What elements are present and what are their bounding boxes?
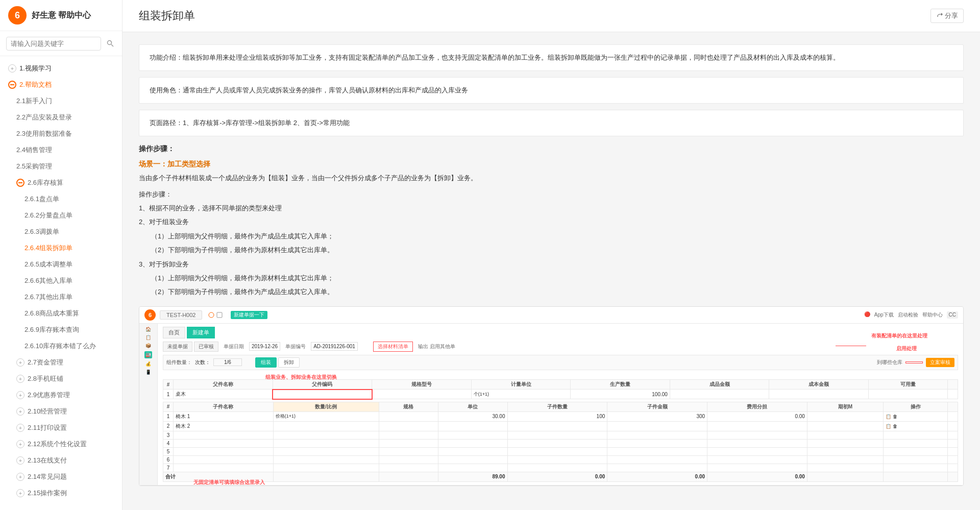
sidebar: 6 好生意 帮助中心 + 1.视频学习 2.帮助文档 2.1新手入门 2.2产品… [0, 0, 122, 510]
sidebar-item-ledger[interactable]: 2.6.9库存账本查询 [0, 322, 122, 338]
role-box: 使用角色：通常由生产人员或库管人员完成拆装业务的操作，库管人员确认原材料的出库和… [139, 77, 964, 104]
ss-disassembly-type-btn[interactable]: 拆卸 [278, 357, 300, 368]
ss-code-value[interactable]: AD-20191226-001 [311, 342, 358, 351]
ss-date-label: 单据日期 [224, 343, 244, 350]
sidebar-item-fund[interactable]: + 2.7资金管理 [0, 354, 122, 371]
share-button[interactable]: 分享 [930, 9, 964, 23]
sidebar-item-purchase[interactable]: 2.5采购管理 [0, 158, 122, 175]
sidebar-item-video[interactable]: + 1.视频学习 [0, 60, 122, 77]
arrow1 [836, 346, 866, 346]
annotation1: 有装配清单的在这里处理 [871, 332, 927, 339]
main-header: 组装拆卸单 分享 [122, 0, 980, 32]
operations-title: 操作步骤： [139, 144, 964, 154]
ss-code-label: 单据编号 [285, 343, 306, 350]
sidebar-item-split-stocktake[interactable]: 2.6.2分量盘点单 [0, 207, 122, 224]
expand-print-icon: + [16, 424, 24, 432]
ss-confirm-btn[interactable]: 立案审核 [926, 358, 954, 367]
collapse-sub-icon [16, 179, 24, 187]
sidebar-item-cost-adjust[interactable]: 2.6.5成本调整单 [0, 256, 122, 273]
ss-count-val: 次数： [195, 359, 210, 366]
expand-mobile-icon: + [16, 375, 24, 383]
ss-warehouse-input[interactable] [905, 361, 923, 363]
ss-count-input[interactable]: 1/6 [213, 358, 242, 366]
expand-faq-icon: + [16, 473, 24, 481]
expand-coupon-icon: + [16, 391, 24, 399]
step2: 2、对于组装业务 [139, 216, 964, 228]
ss-type-btns: 组装 拆卸 [255, 357, 300, 368]
sidebar-item-install[interactable]: 2.2产品安装及登录 [0, 109, 122, 126]
ss-status-btn2[interactable]: 已审核 [194, 342, 218, 352]
sidebar-item-online-pay[interactable]: + 2.13在线支付 [0, 452, 122, 469]
sidebar-item-stocktake[interactable]: 2.6.1盘点单 [0, 191, 122, 207]
nav-list: + 1.视频学习 2.帮助文档 2.1新手入门 2.2产品安装及登录 2.3使用… [0, 56, 122, 510]
ss-op-label: 输出 启用其他单 [418, 343, 455, 350]
search-input[interactable] [6, 37, 101, 51]
svg-rect-3 [217, 312, 222, 318]
sidebar-item-custom[interactable]: + 2.12系统个性化设置 [0, 436, 122, 452]
sidebar-item-coupon[interactable]: + 2.9优惠券管理 [0, 387, 122, 403]
ss-form-row2: 组件数量： 次数： 1/6 组装 拆卸 组装业务、拆卸业务在这里切换 启用处理 [163, 355, 958, 370]
content-area: 功能介绍：组装拆卸单用来处理企业组装或拆卸等加工业务，支持有固定装配清单的产品加… [122, 32, 980, 510]
sidebar-item-cases[interactable]: + 2.15操作案例 [0, 485, 122, 501]
step2-sub2: （2）下部明细为子件明细，最终作为原材料生成其它出库单。 [139, 244, 964, 256]
sidebar-item-account-error[interactable]: 2.6.10库存账本错了么办 [0, 338, 122, 354]
path-box: 页面路径：1、库存核算->库存管理->组装拆卸单 2、首页->常用功能 [139, 110, 964, 136]
sidebar-item-transfer[interactable]: 2.6.3调拨单 [0, 224, 122, 240]
main-content: 组装拆卸单 分享 功能介绍：组装拆卸单用来处理企业组装或拆卸等加工业务，支持有固… [122, 0, 980, 510]
sidebar-item-cost-reset[interactable]: 2.6.8商品成本重算 [0, 305, 122, 322]
sidebar-item-other-out[interactable]: 2.6.7其他出库单 [0, 289, 122, 305]
ss-side-icons: 🏠📋📦🏭💰📱 [139, 324, 158, 485]
expand-pay-icon: + [16, 456, 24, 465]
sidebar-item-inventory[interactable]: 2.6库存核算 [0, 175, 122, 191]
collapse-icon [8, 81, 16, 89]
app-title: 好生意 帮助中心 [32, 10, 91, 21]
sidebar-header: 6 好生意 帮助中心 [0, 0, 122, 31]
expand-operation-icon: + [16, 407, 24, 416]
ss-warehouse-label: 到哪些仓库 [877, 359, 902, 366]
search-button[interactable] [104, 36, 116, 51]
ss-type-selector: 未提单据 已审核 [163, 342, 218, 352]
sidebar-item-other-in[interactable]: 2.6.6其他入库单 [0, 273, 122, 289]
ss-tabs: 自页 新建单 [163, 327, 958, 338]
search-box [0, 31, 122, 56]
sidebar-item-newcomer[interactable]: 2.1新手入门 [0, 93, 122, 109]
sidebar-item-data-prep[interactable]: 2.3使用前数据准备 [0, 126, 122, 142]
ss-tab-new[interactable]: 新建单 [187, 327, 215, 338]
logo-icon: 6 [8, 6, 27, 25]
page-title: 组装拆卸单 [139, 8, 195, 23]
ss-tab-home[interactable]: 自页 [163, 327, 185, 338]
ss-form-row1: 未提单据 已审核 单据日期 2019-12-26 单据编号 AD-2019122… [163, 342, 958, 352]
steps-label: 操作步骤： [139, 188, 964, 200]
step3-sub1: （1）上部明细为父件明细，最终作为原材料生成其它出库单； [139, 272, 964, 284]
annotation3: 启用处理 [896, 345, 917, 352]
step1: 1、根据不同的业务，选择不同单据的类型来处理 [139, 202, 964, 214]
intro-box: 功能介绍：组装拆卸单用来处理企业组装或拆卸等加工业务，支持有固定装配清单的产品加… [139, 44, 964, 71]
sidebar-item-docs[interactable]: 2.帮助文档 [0, 77, 122, 93]
expand-icon: + [8, 64, 16, 72]
ss-url-bar: TEST-H002 [160, 310, 202, 320]
annotation4: 无固定清单可填填综合这里录入 [193, 479, 265, 486]
screenshot: 6 TEST-H002 新建单据一下 🔴App下载启动检验帮助中心CC 🏠📋📦🏭… [139, 306, 964, 486]
ss-date-value[interactable]: 2019-12-26 [249, 342, 280, 351]
ss-logo-icon: 6 [144, 309, 156, 321]
annotation2: 组装业务、拆卸业务在这里切换 [265, 374, 337, 381]
ss-upper-table: # 父件名称 父件编码 规格型号 计量单位 生产数量 成品金额 成本金额 可用量 [163, 379, 958, 400]
ss-top-right: 🔴App下载启动检验帮助中心CC [864, 311, 958, 319]
ss-assembly-type-btn[interactable]: 组装 [255, 357, 277, 368]
ss-lower-section: 无固定清单可填填综合这里录入 # 子件名称 数量/比例 规格 单位 子件数量 [163, 402, 958, 482]
expand-cases-icon: + [16, 489, 24, 497]
sidebar-item-assembly[interactable]: 2.6.4组装拆卸单 [0, 240, 122, 256]
step3: 3、对于拆卸业务 [139, 258, 964, 270]
expand-custom-icon: + [16, 440, 24, 448]
ss-assembly-list-btn[interactable]: 选择材料清单 [373, 342, 413, 352]
scene1-title: 场景一：加工类型选择 [139, 160, 964, 169]
step2-sub1: （1）上部明细为父件明细，最终作为产成品生成其它入库单； [139, 230, 964, 242]
sidebar-item-faq[interactable]: + 2.14常见问题 [0, 469, 122, 485]
ss-new-btn[interactable]: 新建单据一下 [231, 311, 267, 319]
ss-status-btn1[interactable]: 未提单据 [163, 342, 192, 352]
sidebar-item-mobile[interactable]: + 2.8手机旺铺 [0, 371, 122, 387]
sidebar-item-operation[interactable]: + 2.10经营管理 [0, 403, 122, 420]
sidebar-item-sales[interactable]: 2.4销售管理 [0, 142, 122, 158]
sidebar-item-print[interactable]: + 2.11打印设置 [0, 420, 122, 436]
svg-point-0 [107, 41, 111, 45]
